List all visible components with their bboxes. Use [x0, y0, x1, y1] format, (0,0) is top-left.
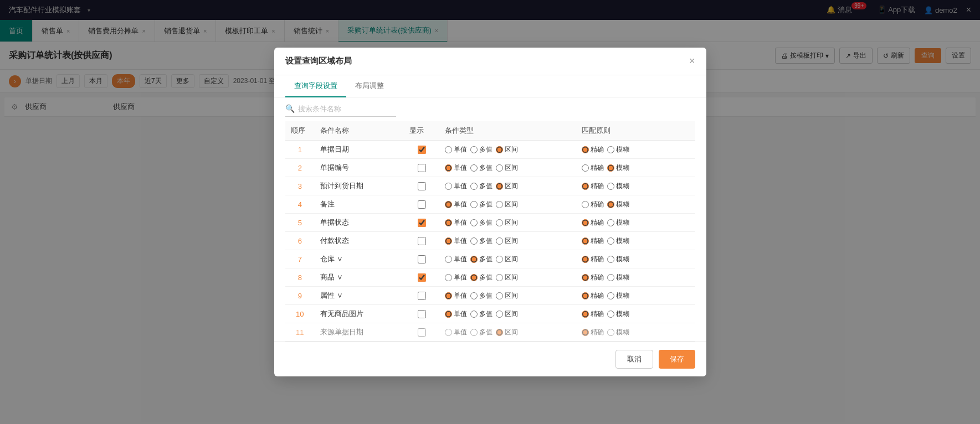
cell-order: 10 — [285, 305, 315, 323]
type-option-区间[interactable]: 区间 — [496, 291, 518, 301]
th-match: 匹配原则 — [576, 121, 695, 141]
type-option-单值[interactable]: 单值 — [445, 218, 467, 227]
type-option-区间[interactable]: 区间 — [496, 200, 518, 209]
match-option-模糊[interactable]: 模糊 — [607, 255, 629, 264]
match-option-模糊[interactable]: 模糊 — [607, 163, 629, 173]
save-button[interactable]: 保存 — [659, 350, 695, 369]
match-option-模糊[interactable]: 模糊 — [607, 200, 629, 209]
cell-type: 单值多值区间 — [439, 159, 576, 177]
type-option-多值[interactable]: 多值 — [470, 291, 492, 301]
type-option-区间[interactable]: 区间 — [496, 182, 518, 191]
dialog-footer: 取消 保存 — [274, 342, 706, 376]
type-option-单值[interactable]: 单值 — [445, 200, 467, 209]
display-checkbox[interactable] — [418, 182, 426, 190]
type-option-区间[interactable]: 区间 — [496, 255, 518, 264]
type-option-多值[interactable]: 多值 — [470, 309, 492, 319]
type-option-单值[interactable]: 单值 — [445, 145, 467, 154]
type-option-多值[interactable]: 多值 — [470, 182, 492, 191]
type-option-单值[interactable]: 单值 — [445, 182, 467, 191]
search-input[interactable] — [298, 105, 387, 113]
cell-order: 11 — [285, 323, 315, 342]
type-option-多值[interactable]: 多值 — [470, 236, 492, 246]
cell-name: 单据编号 — [315, 159, 404, 177]
display-checkbox[interactable] — [418, 237, 426, 245]
display-checkbox[interactable] — [418, 328, 426, 337]
display-checkbox[interactable] — [418, 255, 426, 263]
match-option-精确[interactable]: 精确 — [582, 309, 604, 319]
match-option-模糊[interactable]: 模糊 — [607, 273, 629, 282]
type-option-多值[interactable]: 多值 — [470, 145, 492, 154]
type-option-多值[interactable]: 多值 — [470, 255, 492, 264]
type-option-单值[interactable]: 单值 — [445, 163, 467, 173]
match-option-模糊[interactable]: 模糊 — [607, 145, 629, 154]
type-option-多值[interactable]: 多值 — [470, 163, 492, 173]
match-option-模糊[interactable]: 模糊 — [607, 309, 629, 319]
match-option-模糊[interactable]: 模糊 — [607, 218, 629, 227]
display-checkbox[interactable] — [418, 292, 426, 300]
cell-display — [404, 195, 439, 214]
type-option-区间[interactable]: 区间 — [496, 328, 518, 337]
dialog-tab-query-fields[interactable]: 查询字段设置 — [285, 75, 346, 97]
match-option-精确[interactable]: 精确 — [582, 273, 604, 282]
table-row: 6付款状态单值多值区间精确模糊 — [285, 232, 695, 250]
type-option-区间[interactable]: 区间 — [496, 236, 518, 246]
table-row: 8商品 ∨单值多值区间精确模糊 — [285, 268, 695, 287]
type-option-区间[interactable]: 区间 — [496, 309, 518, 319]
match-option-精确[interactable]: 精确 — [582, 145, 604, 154]
table-row: 4备注单值多值区间精确模糊 — [285, 195, 695, 214]
type-option-单值[interactable]: 单值 — [445, 309, 467, 319]
display-checkbox[interactable] — [418, 310, 426, 318]
type-option-多值[interactable]: 多值 — [470, 273, 492, 282]
order-num: 2 — [298, 164, 302, 172]
cell-display — [404, 177, 439, 195]
order-num: 8 — [298, 273, 302, 282]
match-option-精确[interactable]: 精确 — [582, 291, 604, 301]
cancel-button[interactable]: 取消 — [615, 350, 653, 369]
table-row: 9属性 ∨单值多值区间精确模糊 — [285, 287, 695, 305]
cell-match: 精确模糊 — [576, 232, 695, 250]
match-option-精确[interactable]: 精确 — [582, 200, 604, 209]
type-option-区间[interactable]: 区间 — [496, 145, 518, 154]
display-checkbox[interactable] — [418, 164, 426, 172]
cell-order: 3 — [285, 177, 315, 195]
match-option-模糊[interactable]: 模糊 — [607, 182, 629, 191]
display-checkbox[interactable] — [418, 273, 426, 282]
type-option-多值[interactable]: 多值 — [470, 328, 492, 337]
cell-match: 精确模糊 — [576, 177, 695, 195]
type-option-单值[interactable]: 单值 — [445, 236, 467, 246]
cell-order: 7 — [285, 250, 315, 268]
type-option-多值[interactable]: 多值 — [470, 200, 492, 209]
match-option-精确[interactable]: 精确 — [582, 236, 604, 246]
display-checkbox[interactable] — [418, 146, 426, 154]
match-option-精确[interactable]: 精确 — [582, 182, 604, 191]
dialog-search-area: 🔍 — [274, 97, 706, 121]
th-display: 显示 — [404, 121, 439, 141]
match-option-模糊[interactable]: 模糊 — [607, 236, 629, 246]
order-num: 4 — [298, 200, 302, 209]
display-checkbox[interactable] — [418, 219, 426, 227]
type-option-单值[interactable]: 单值 — [445, 328, 467, 337]
type-option-多值[interactable]: 多值 — [470, 218, 492, 227]
dialog-table: 顺序 条件名称 显示 条件类型 匹配原则 1单据日期单值多值区间精确模糊2单据编… — [285, 121, 695, 342]
display-checkbox[interactable] — [418, 200, 426, 209]
type-option-单值[interactable]: 单值 — [445, 255, 467, 264]
match-option-精确[interactable]: 精确 — [582, 328, 604, 337]
dialog-close-button[interactable]: × — [689, 55, 695, 67]
order-num: 5 — [298, 219, 302, 227]
type-option-区间[interactable]: 区间 — [496, 273, 518, 282]
type-option-区间[interactable]: 区间 — [496, 163, 518, 173]
match-option-模糊[interactable]: 模糊 — [607, 328, 629, 337]
match-option-精确[interactable]: 精确 — [582, 218, 604, 227]
cell-order: 2 — [285, 159, 315, 177]
match-option-精确[interactable]: 精确 — [582, 163, 604, 173]
type-option-单值[interactable]: 单值 — [445, 291, 467, 301]
cell-name: 仓库 ∨ — [315, 250, 404, 268]
cell-display — [404, 214, 439, 232]
type-option-单值[interactable]: 单值 — [445, 273, 467, 282]
type-option-区间[interactable]: 区间 — [496, 218, 518, 227]
match-option-模糊[interactable]: 模糊 — [607, 291, 629, 301]
dialog-tab-layout[interactable]: 布局调整 — [346, 75, 393, 97]
match-option-精确[interactable]: 精确 — [582, 255, 604, 264]
cell-name: 有无商品图片 — [315, 305, 404, 323]
cell-display — [404, 232, 439, 250]
